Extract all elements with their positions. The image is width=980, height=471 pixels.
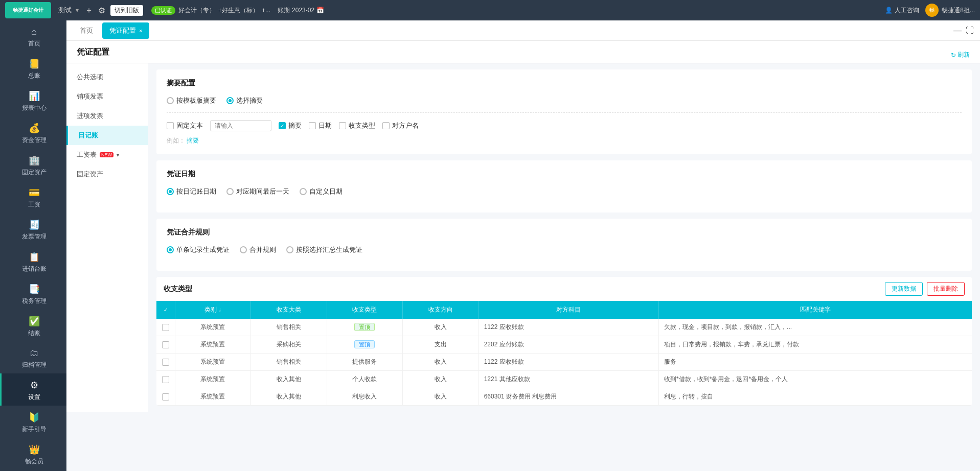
radio-select-dot <box>229 99 232 102</box>
td-account: 660301 财务费用 利息费用 <box>478 388 658 406</box>
income-expense-title: 收支类型 <box>164 285 192 294</box>
sub-type-tag[interactable]: 置顶 <box>354 340 375 348</box>
customer-service-button[interactable]: 👤 人工咨询 <box>885 6 919 15</box>
left-nav-sales-invoice[interactable]: 销项发票 <box>66 87 148 106</box>
sidebar-item-guide[interactable]: 🔰 新手引导 <box>0 406 66 438</box>
user-menu[interactable]: 畅 畅捷通8担... <box>925 4 975 17</box>
radio-single-circle <box>167 246 174 253</box>
payroll-expand-icon[interactable]: ▾ <box>117 152 119 158</box>
sidebar-item-closing[interactable]: ✅ 结账 <box>0 310 66 342</box>
checkbox-fixed-text[interactable]: 固定文本 <box>167 121 203 130</box>
table-header: ✓ 类别 ↓ 收支大类 收支类型 收支方向 对方科目 匹配关键字 <box>156 301 972 319</box>
tab-home[interactable]: 首页 <box>73 22 100 39</box>
radio-journal-date[interactable]: 按日记账日期 <box>167 187 216 196</box>
sidebar-item-asset[interactable]: 🏢 固定资产 <box>0 149 66 181</box>
tab-voucher-config[interactable]: 凭证配置 × <box>102 22 149 39</box>
td-main-type: 收入其他 <box>251 371 327 388</box>
td-keywords: 收到*借款，收到*备用金，退回*备用金，个人 <box>659 371 972 388</box>
table-row: 系统预置销售相关置顶收入1122 应收账款欠款，现金，项目款，到款，报销款，汇入… <box>156 319 972 336</box>
radio-custom-date[interactable]: 自定义日期 <box>300 187 343 196</box>
refresh-button[interactable]: ↻ 刷新 <box>951 51 970 59</box>
radio-template-circle <box>167 97 174 104</box>
inner-content: 公共选项 销项发票 进项发票 日记账 工资表 NEW ▾ <box>66 63 980 471</box>
th-direction: 收支方向 <box>403 301 479 319</box>
left-nav-purchase-invoice[interactable]: 进项发票 <box>66 106 148 126</box>
settings-icon[interactable]: ⚙ <box>98 6 105 15</box>
row-checkbox-4[interactable] <box>162 393 169 401</box>
guide-icon: 🔰 <box>29 412 40 423</box>
radio-single-dot <box>169 248 172 251</box>
sidebar-item-purchase[interactable]: 📋 进销台账 <box>0 245 66 277</box>
invoice-icon: 🧾 <box>29 219 40 230</box>
tab-close-icon[interactable]: × <box>139 28 142 34</box>
sidebar-item-report[interactable]: 📊 报表中心 <box>0 84 66 116</box>
company-dropdown-icon[interactable]: ▾ <box>76 7 79 14</box>
fixed-text-input[interactable] <box>210 120 271 131</box>
select-all-checkbox[interactable]: ✓ <box>162 307 169 314</box>
row-checkbox-1[interactable] <box>162 341 169 348</box>
income-expense-section: 收支类型 更新数据 批量删除 ✓ <box>156 277 972 406</box>
radio-select-summary[interactable]: 选择摘要 <box>226 96 263 105</box>
th-checkbox: ✓ <box>156 301 175 319</box>
table-row: 系统预置收入其他个人收款收入1221 其他应收款收到*借款，收到*备用金，退回*… <box>156 371 972 388</box>
sidebar-item-tax[interactable]: 📑 税务管理 <box>0 277 66 310</box>
voucher-date-title: 凭证日期 <box>167 170 962 179</box>
checkbox-type[interactable]: 收支类型 <box>339 121 375 130</box>
checkbox-counterparty[interactable]: 对方户名 <box>382 121 419 130</box>
sidebar-item-archive[interactable]: 🗂 归档管理 <box>0 342 66 373</box>
td-sub-type: 置顶 <box>327 336 403 354</box>
sidebar-item-ledger[interactable]: 📒 总账 <box>0 52 66 84</box>
td-keywords: 欠款，现金，项目款，到款，报销款，汇入，... <box>659 319 972 336</box>
main-layout: ⌂ 首页 📒 总账 📊 报表中心 💰 资金管理 🏢 固定资产 💳 工资 🧾 发票… <box>0 20 980 471</box>
td-category: 系统预置 <box>175 371 251 388</box>
sidebar-item-member[interactable]: 👑 畅会员 <box>0 438 66 470</box>
example-text: 例如： 摘要 <box>167 136 962 145</box>
radio-merge-rule[interactable]: 合并规则 <box>240 245 276 254</box>
summary-section-title: 摘要配置 <box>167 79 962 88</box>
th-account: 对方科目 <box>478 301 658 319</box>
td-category: 系统预置 <box>175 319 251 336</box>
sidebar-item-invoice[interactable]: 🧾 发票管理 <box>0 213 66 245</box>
sidebar-item-home[interactable]: ⌂ 首页 <box>0 20 66 52</box>
update-data-button[interactable]: 更新数据 <box>885 282 923 296</box>
row-checkbox-2[interactable] <box>162 359 169 366</box>
td-direction: 收入 <box>403 354 479 371</box>
purchase-icon: 📋 <box>29 251 40 263</box>
left-nav-journal[interactable]: 日记账 <box>66 126 148 145</box>
radio-single[interactable]: 单条记录生成凭证 <box>167 245 230 254</box>
checkbox-fixed-text-box <box>167 122 174 129</box>
sub-type-tag[interactable]: 置顶 <box>354 323 375 331</box>
switch-version-button[interactable]: 切到旧版 <box>110 5 143 16</box>
td-direction: 收入 <box>403 388 479 406</box>
radio-template-summary[interactable]: 按模板版摘要 <box>167 96 216 105</box>
td-sub-type: 提供服务 <box>327 354 403 371</box>
radio-last-day[interactable]: 对应期间最后一天 <box>226 187 289 196</box>
td-category: 系统预置 <box>175 388 251 406</box>
sidebar-item-salary[interactable]: 💳 工资 <box>0 181 66 213</box>
sidebar-item-settings[interactable]: ⚙ 设置 <box>0 373 66 406</box>
tab-fullscreen-button[interactable]: ⛶ <box>966 26 974 35</box>
sidebar-item-fund[interactable]: 💰 资金管理 <box>0 116 66 149</box>
radio-select-total[interactable]: 按照选择汇总生成凭证 <box>286 245 362 254</box>
add-icon[interactable]: ＋ <box>85 5 93 16</box>
voucher-date-section: 凭证日期 按日记账日期 对应期间最后一天 <box>156 160 972 213</box>
tab-bar-right: — ⛶ <box>953 26 974 35</box>
calendar-icon[interactable]: 📅 <box>316 7 324 14</box>
sidebar: ⌂ 首页 📒 总账 📊 报表中心 💰 资金管理 🏢 固定资产 💳 工资 🧾 发票… <box>0 20 66 471</box>
checkbox-summary[interactable]: ✓ 摘要 <box>279 121 302 130</box>
row-checkbox-0[interactable] <box>162 324 169 331</box>
more-badge: +... <box>262 7 270 14</box>
left-nav-fixed-asset[interactable]: 固定资产 <box>66 164 148 184</box>
checkbox-counterparty-box <box>382 122 390 129</box>
batch-delete-button[interactable]: 批量删除 <box>927 282 965 296</box>
tab-minimize-button[interactable]: — <box>953 26 962 35</box>
asset-icon: 🏢 <box>29 155 40 166</box>
summary-radio-group: 按模板版摘要 选择摘要 <box>167 96 962 105</box>
left-nav-public[interactable]: 公共选项 <box>66 67 148 87</box>
table-row: 系统预置销售相关提供服务收入1122 应收账款服务 <box>156 354 972 371</box>
row-checkbox-3[interactable] <box>162 376 169 383</box>
left-nav-payroll[interactable]: 工资表 NEW ▾ <box>66 145 148 164</box>
checkbox-date[interactable]: 日期 <box>309 121 332 130</box>
income-expense-table: ✓ 类别 ↓ 收支大类 收支类型 收支方向 对方科目 匹配关键字 <box>156 301 972 406</box>
td-main-type: 销售相关 <box>251 354 327 371</box>
